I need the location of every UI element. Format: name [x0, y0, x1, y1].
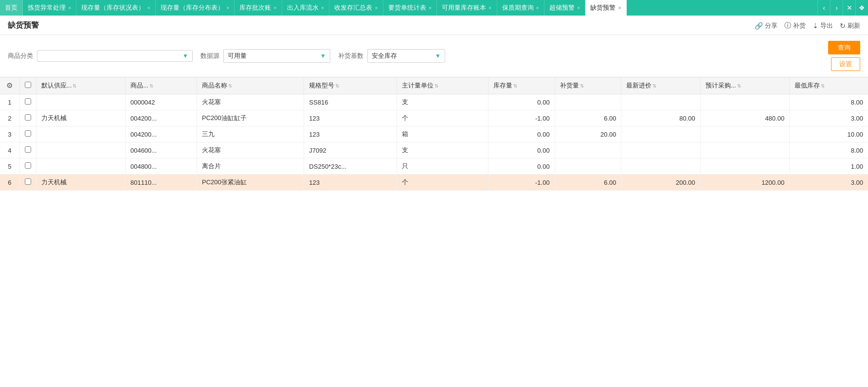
category-chevron-icon: ▼ — [182, 53, 188, 59]
tab-close-icon[interactable]: × — [375, 5, 378, 11]
td-unit: 个 — [397, 175, 488, 191]
td-stock: -1.00 — [488, 110, 555, 126]
tab-close-icon[interactable]: × — [488, 5, 491, 11]
row-checkbox[interactable] — [25, 130, 31, 137]
sort-icon: ⇅ — [149, 83, 153, 88]
tab-item-5[interactable]: 出入库流水× — [282, 0, 329, 16]
tab-close-icon[interactable]: × — [147, 5, 150, 11]
tab-item-8[interactable]: 可用量库存账本× — [437, 0, 497, 16]
header-actions: 🔗 分享 ⓘ 补货 ⇣ 导出 ↻ 刷新 — [755, 21, 860, 30]
share-btn[interactable]: 🔗 分享 — [755, 21, 778, 30]
tab-item-0[interactable]: 首页 — [0, 0, 23, 16]
sort-icon: ⇅ — [434, 83, 438, 88]
table-row: 6 力天机械 801110... PC200张紧油缸 123 个 -1.00 6… — [0, 175, 868, 191]
td-spec: DS250*23c... — [304, 158, 397, 175]
table-row: 2 力天机械 004200... PC200油缸缸子 123 个 -1.00 6… — [0, 110, 868, 126]
tab-close-icon[interactable]: × — [618, 5, 621, 11]
tab-label: 现存量（库存状况表） — [81, 3, 145, 12]
tab-item-2[interactable]: 现存量（库存状况表）× — [76, 0, 155, 16]
tab-item-4[interactable]: 库存批次账× — [235, 0, 282, 16]
td-unit: 只 — [397, 158, 488, 175]
category-label: 商品分类 — [8, 52, 33, 60]
th-unit: 主计量单位⇅ — [397, 77, 488, 94]
sort-icon: ⇅ — [335, 83, 339, 88]
tab-close-icon[interactable]: × — [273, 5, 276, 11]
td-spec: 123 — [304, 110, 397, 126]
td-product-name: PC200油缸缸子 — [197, 110, 304, 126]
replenish-btn[interactable]: ⓘ 补货 — [784, 21, 806, 30]
td-index: 3 — [0, 126, 19, 142]
table-header-row: ⚙ 默认供应...⇅ 商品...⇅ 商品名称⇅ 规格型号⇅ 主计量单位⇅ 库存量… — [0, 77, 868, 94]
tab-close-btn[interactable]: ✕ — [843, 0, 855, 16]
td-latest-price — [621, 158, 700, 175]
td-replenish-qty: 6.00 — [555, 110, 621, 126]
td-min-stock: 10.00 — [790, 126, 868, 142]
tab-close-icon[interactable]: × — [577, 5, 580, 11]
tab-item-1[interactable]: 拣货异常处理× — [23, 0, 76, 16]
sort-icon: ⇅ — [513, 83, 517, 88]
tab-close-icon[interactable]: × — [226, 5, 229, 11]
table-row: 5 004800... 离合片 DS250*23c... 只 0.00 1.00 — [0, 158, 868, 175]
tab-prev-btn[interactable]: ‹ — [817, 0, 830, 16]
td-min-stock: 8.00 — [790, 94, 868, 110]
table-container: ⚙ 默认供应...⇅ 商品...⇅ 商品名称⇅ 规格型号⇅ 主计量单位⇅ 库存量… — [0, 74, 868, 191]
td-replenish-qty — [555, 158, 621, 175]
td-min-stock: 1.00 — [790, 158, 868, 175]
td-stock: -1.00 — [488, 175, 555, 191]
td-index: 6 — [0, 175, 19, 191]
th-gear: ⚙ — [0, 77, 19, 94]
td-default-supplier — [36, 142, 125, 158]
td-latest-price: 200.00 — [621, 175, 700, 191]
gear-icon[interactable]: ⚙ — [5, 81, 15, 90]
td-latest-price — [621, 142, 700, 158]
tab-item-6[interactable]: 收发存汇总表× — [329, 0, 383, 16]
refresh-btn[interactable]: ↻ 刷新 — [840, 21, 860, 30]
row-checkbox[interactable] — [25, 178, 31, 185]
category-filter-group: 商品分类 ▼ — [8, 50, 193, 62]
tab-next-btn[interactable]: › — [830, 0, 843, 16]
tab-label: 收发存汇总表 — [334, 3, 372, 12]
td-replenish-qty: 20.00 — [555, 126, 621, 142]
row-checkbox[interactable] — [25, 162, 31, 169]
tab-close-icon[interactable]: × — [321, 5, 324, 11]
td-default-supplier — [36, 158, 125, 175]
tab-label: 可用量库存账本 — [442, 3, 486, 12]
td-unit: 支 — [397, 94, 488, 110]
tab-close-icon[interactable]: × — [68, 5, 71, 11]
settings-button[interactable]: 设置 — [831, 57, 860, 71]
tab-close-icon[interactable]: × — [429, 5, 432, 11]
td-latest-price — [621, 94, 700, 110]
datasource-select[interactable]: 可用量 ▼ — [223, 49, 330, 63]
td-spec: SS816 — [304, 94, 397, 110]
tab-item-9[interactable]: 保质期查询× — [497, 0, 544, 16]
td-index: 4 — [0, 142, 19, 158]
datasource-label: 数据源 — [200, 52, 219, 60]
replenish-basis-label: 补货基数 — [338, 52, 363, 60]
category-select[interactable]: ▼ — [37, 50, 193, 62]
td-product-name: 三九 — [197, 126, 304, 142]
query-button[interactable]: 查询 — [828, 41, 860, 54]
tab-item-7[interactable]: 要货单统计表× — [383, 0, 437, 16]
td-product-code: 801110... — [125, 175, 197, 191]
td-unit: 箱 — [397, 126, 488, 142]
td-default-supplier: 力天机械 — [36, 110, 125, 126]
tab-item-11[interactable]: 缺货预警× — [585, 0, 626, 16]
tab-label: 缺货预警 — [590, 3, 615, 12]
replenish-basis-select[interactable]: 安全库存 ▼ — [367, 49, 445, 63]
table-row: 1 0000042 火花塞 SS816 支 0.00 8.00 — [0, 94, 868, 110]
filter-bar: 商品分类 ▼ 数据源 可用量 ▼ 补货基数 安全库存 ▼ 查询 设置 — [0, 35, 868, 74]
td-checkbox — [19, 175, 36, 191]
tab-close-icon[interactable]: × — [536, 5, 539, 11]
tab-resize-btn[interactable]: ❖ — [855, 0, 868, 16]
sort-icon: ⇅ — [228, 83, 232, 88]
row-checkbox[interactable] — [25, 98, 31, 105]
row-checkbox[interactable] — [25, 114, 31, 121]
tab-item-3[interactable]: 现存量（库存分布表）× — [156, 0, 235, 16]
replenish-icon: ⓘ — [784, 21, 791, 30]
main-content: 缺货预警 🔗 分享 ⓘ 补货 ⇣ 导出 ↻ 刷新 商品分类 — [0, 16, 868, 387]
tab-item-10[interactable]: 超储预警× — [544, 0, 585, 16]
select-all-checkbox[interactable] — [25, 82, 31, 88]
row-checkbox[interactable] — [25, 146, 31, 153]
datasource-select-value: 可用量 — [228, 52, 247, 60]
export-btn[interactable]: ⇣ 导出 — [813, 21, 833, 30]
